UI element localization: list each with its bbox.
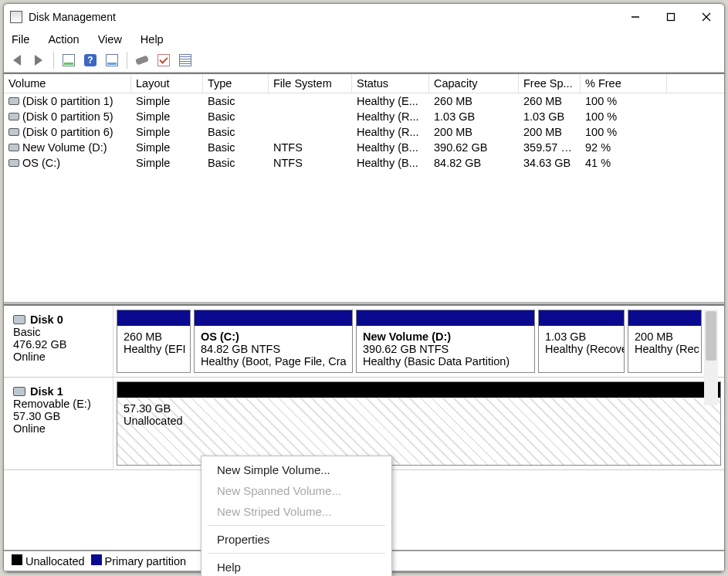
- volume-icon: [8, 113, 19, 120]
- volume-row[interactable]: (Disk 0 partition 1)SimpleBasicHealthy (…: [4, 93, 724, 109]
- menu-bar: File Action View Help: [4, 30, 724, 50]
- col-free[interactable]: Free Sp...: [519, 74, 581, 93]
- cell-type: Basic: [203, 125, 269, 139]
- menu-help[interactable]: Help: [141, 33, 164, 46]
- partition[interactable]: 200 MBHealthy (Rec: [628, 310, 702, 373]
- col-volume[interactable]: Volume: [4, 74, 131, 93]
- cell-free: 260 MB: [519, 94, 581, 108]
- disk-0-info: Disk 0 Basic 476.92 GB Online: [4, 306, 113, 377]
- cell-layout: Simple: [131, 125, 203, 139]
- col-status[interactable]: Status: [352, 74, 429, 93]
- close-button[interactable]: [689, 5, 724, 29]
- minimize-button[interactable]: [618, 5, 653, 29]
- check-icon: [157, 54, 170, 66]
- partition-state: Healthy (EFI: [124, 343, 184, 355]
- cell-volume: (Disk 0 partition 6): [22, 126, 113, 138]
- forward-button[interactable]: [30, 52, 47, 69]
- ctx-new-spanned-volume: New Spanned Volume...: [201, 480, 391, 501]
- menu-view[interactable]: View: [98, 33, 122, 46]
- volume-list[interactable]: (Disk 0 partition 1)SimpleBasicHealthy (…: [4, 93, 724, 302]
- partition-title: OS (C:): [201, 330, 346, 343]
- ctx-new-simple-volume[interactable]: New Simple Volume...: [201, 459, 391, 480]
- disk-1-type: Removable (E:): [13, 398, 107, 410]
- ctx-separator: [208, 525, 385, 526]
- cell-layout: Simple: [131, 94, 203, 108]
- cell-fs: NTFS: [269, 156, 352, 170]
- partition-state: Healthy (Recove: [545, 343, 618, 355]
- partition-size: 260 MB: [124, 330, 184, 343]
- cell-pctfree: 41 %: [581, 156, 667, 170]
- partition[interactable]: 260 MBHealthy (EFI: [117, 310, 191, 373]
- legend-unallocated: Unallocated: [25, 555, 85, 568]
- disk-0-size: 476.92 GB: [13, 338, 107, 351]
- settings-button[interactable]: [134, 52, 151, 69]
- disk-row-0[interactable]: Disk 0 Basic 476.92 GB Online 260 MBHeal…: [4, 306, 724, 378]
- col-layout[interactable]: Layout: [131, 74, 203, 93]
- window-controls: [618, 5, 724, 29]
- cell-volume: (Disk 0 partition 1): [22, 95, 113, 107]
- cell-pctfree: 100 %: [581, 110, 667, 124]
- cell-capacity: 200 MB: [429, 125, 519, 139]
- back-button[interactable]: [8, 52, 25, 69]
- cell-volume: (Disk 0 partition 5): [22, 110, 113, 123]
- volume-row[interactable]: New Volume (D:)SimpleBasicNTFSHealthy (B…: [4, 140, 724, 155]
- vertical-scrollbar[interactable]: [704, 310, 718, 405]
- view-button[interactable]: [103, 52, 120, 69]
- view-icon: [106, 54, 118, 66]
- disk-0-partitions: 260 MBHealthy (EFIOS (C:)84.82 GB NTFSHe…: [113, 306, 724, 377]
- disk-icon: [13, 387, 25, 396]
- refresh-button[interactable]: [60, 52, 77, 69]
- ctx-properties[interactable]: Properties: [201, 529, 391, 550]
- separator: [53, 52, 54, 69]
- cell-status: Healthy (R...: [352, 125, 429, 139]
- list-button[interactable]: [177, 52, 194, 69]
- ctx-help[interactable]: Help: [201, 557, 391, 576]
- volume-icon: [8, 128, 19, 136]
- check-button[interactable]: [155, 52, 172, 69]
- partition-size: 57.30 GB: [124, 402, 714, 415]
- disk-1-info: Disk 1 Removable (E:) 57.30 GB Online: [4, 378, 113, 469]
- menu-action[interactable]: Action: [48, 33, 79, 46]
- refresh-icon: [63, 54, 75, 66]
- maximize-button[interactable]: [653, 5, 689, 29]
- cell-type: Basic: [203, 94, 269, 108]
- menu-file[interactable]: File: [12, 33, 29, 46]
- svg-rect-1: [668, 14, 675, 21]
- disk-0-name: Disk 0: [30, 313, 63, 326]
- disk-0-type: Basic: [13, 326, 107, 338]
- cell-free: 200 MB: [519, 125, 581, 139]
- col-filesystem[interactable]: File System: [269, 74, 352, 93]
- partition-size: 390.62 GB NTFS: [363, 343, 528, 355]
- partition[interactable]: OS (C:)84.82 GB NTFSHealthy (Boot, Page …: [194, 310, 353, 373]
- primary-bar: [357, 310, 534, 326]
- legend-primary: Primary partition: [105, 555, 187, 568]
- help-button[interactable]: ?: [82, 52, 99, 69]
- cell-capacity: 260 MB: [429, 94, 519, 108]
- cell-layout: Simple: [131, 156, 203, 170]
- cell-capacity: 1.03 GB: [429, 110, 519, 124]
- ctx-new-striped-volume: New Striped Volume...: [201, 501, 391, 522]
- cell-capacity: 84.82 GB: [429, 156, 519, 170]
- volume-row[interactable]: (Disk 0 partition 5)SimpleBasicHealthy (…: [4, 109, 724, 124]
- cell-fs: NTFS: [269, 141, 352, 154]
- scrollbar-thumb[interactable]: [706, 311, 716, 361]
- col-capacity[interactable]: Capacity: [429, 74, 519, 93]
- cell-status: Healthy (B...: [352, 141, 429, 154]
- col-type[interactable]: Type: [203, 74, 269, 93]
- col-pctfree[interactable]: % Free: [581, 74, 667, 93]
- volume-icon: [8, 144, 19, 151]
- partition-size: 84.82 GB NTFS: [201, 343, 346, 355]
- unallocated-swatch: [12, 554, 22, 565]
- volume-list-header: Volume Layout Type File System Status Ca…: [4, 73, 724, 93]
- cell-volume: New Volume (D:): [22, 141, 107, 154]
- cell-layout: Simple: [131, 110, 203, 124]
- volume-row[interactable]: OS (C:)SimpleBasicNTFSHealthy (B...84.82…: [4, 155, 724, 171]
- volume-icon: [8, 159, 19, 167]
- partition[interactable]: 1.03 GBHealthy (Recove: [538, 310, 625, 373]
- volume-row[interactable]: (Disk 0 partition 6)SimpleBasicHealthy (…: [4, 124, 724, 140]
- cell-type: Basic: [203, 141, 269, 154]
- partition-unallocated[interactable]: 57.30 GB Unallocated: [117, 381, 721, 466]
- disk-1-size: 57.30 GB: [13, 410, 107, 422]
- cell-status: Healthy (E...: [352, 94, 429, 108]
- partition[interactable]: New Volume (D:)390.62 GB NTFSHealthy (Ba…: [356, 310, 535, 373]
